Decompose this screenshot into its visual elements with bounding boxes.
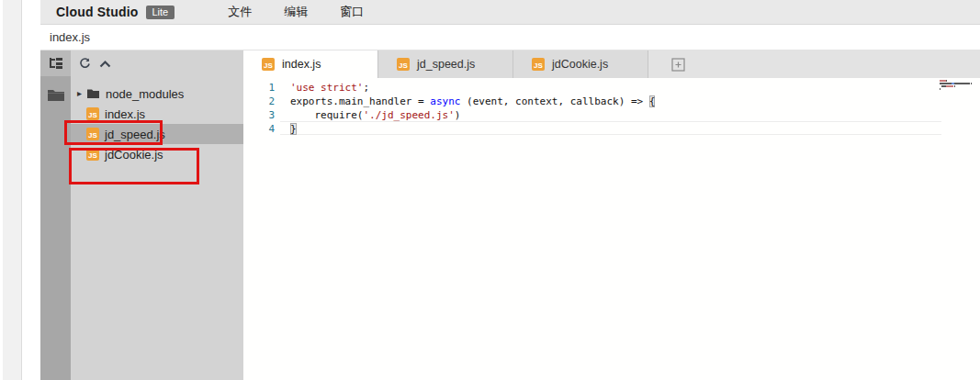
tree-item-label: jd_speed.js — [105, 128, 165, 141]
tab-jdCookie.js[interactable]: JSjdCookie.js — [513, 50, 648, 78]
code-text: 'use strict'; — [275, 81, 369, 95]
expand-arrow-icon[interactable]: ▸ — [77, 89, 86, 98]
explorer-toolbar — [71, 50, 243, 76]
js-file-icon: JS — [532, 58, 545, 71]
js-file-icon: JS — [86, 107, 99, 120]
menubar-item-文件[interactable]: 文件 — [218, 4, 262, 20]
minimap[interactable] — [940, 80, 972, 91]
minimap-line — [940, 85, 972, 87]
code-lines: 1'use strict';2exports.main_handler = as… — [243, 78, 980, 136]
minimap-line — [940, 88, 972, 90]
code-text: require('./jd_speed.js') — [275, 108, 460, 122]
menubar: 文件编辑窗口 — [206, 4, 374, 20]
tree-item-jdCookie.js[interactable]: JSjdCookie.js — [71, 144, 243, 164]
code-editor[interactable]: 1'use strict';2exports.main_handler = as… — [243, 78, 980, 380]
code-line-3[interactable]: 3 require('./jd_speed.js') — [243, 108, 980, 122]
activity-bar — [40, 50, 71, 380]
tab-label: jdCookie.js — [552, 58, 608, 71]
lite-badge: Lite — [146, 6, 175, 19]
tree-outline-icon — [49, 57, 63, 70]
cloud-studio-window: Cloud Studio Lite 文件编辑窗口 index.js — [0, 0, 980, 380]
js-file-icon: JS — [86, 128, 99, 140]
app-container: Cloud Studio Lite 文件编辑窗口 index.js — [40, 0, 980, 380]
tree-item-node_modules[interactable]: ▸node_modules — [71, 84, 243, 104]
line-number: 4 — [243, 122, 275, 136]
breadcrumb-bar: index.js — [40, 25, 980, 50]
minimap-line — [940, 80, 972, 82]
new-tab-button[interactable] — [648, 50, 707, 78]
files-folder-button[interactable] — [47, 88, 65, 102]
main-area: ▸node_modulesJSindex.jsJSjd_speed.jsJSjd… — [40, 50, 980, 380]
plus-icon — [671, 58, 685, 72]
line-number: 2 — [243, 95, 275, 108]
app-title: Cloud Studio — [56, 5, 139, 19]
line-number: 1 — [243, 81, 275, 95]
tab-index.js[interactable]: JSindex.js — [243, 50, 378, 78]
tab-label: jd_speed.js — [417, 58, 475, 71]
tab-bar: JSindex.jsJSjd_speed.jsJSjdCookie.js — [243, 50, 980, 78]
tree-item-label: jdCookie.js — [105, 148, 163, 162]
tree-item-index.js[interactable]: JSindex.js — [71, 104, 243, 124]
left-gutter-strip — [3, 0, 22, 380]
refresh-icon[interactable] — [79, 58, 91, 70]
code-text: exports.main_handler = async (event, con… — [275, 95, 655, 108]
code-line-1[interactable]: 1'use strict'; — [243, 81, 980, 95]
menubar-item-窗口[interactable]: 窗口 — [330, 4, 374, 20]
js-file-icon: JS — [397, 58, 410, 71]
tree-item-label: node_modules — [106, 87, 184, 101]
breadcrumb: index.js — [50, 30, 90, 44]
js-file-icon: JS — [262, 58, 275, 71]
tree-item-jd_speed.js[interactable]: JSjd_speed.js — [71, 124, 243, 144]
js-file-icon: JS — [86, 148, 99, 161]
tab-label: index.js — [282, 58, 321, 71]
code-line-2[interactable]: 2exports.main_handler = async (event, co… — [243, 95, 980, 108]
top-menu-bar: Cloud Studio Lite 文件编辑窗口 — [40, 0, 980, 25]
file-tree: ▸node_modulesJSindex.jsJSjd_speed.jsJSjd… — [71, 76, 243, 164]
line-number: 3 — [243, 108, 275, 122]
file-explorer-panel: ▸node_modulesJSindex.jsJSjd_speed.jsJSjd… — [71, 50, 243, 380]
editor-region: JSindex.jsJSjd_speed.jsJSjdCookie.js 1'u… — [243, 50, 980, 380]
collapse-all-icon[interactable] — [99, 60, 111, 68]
code-text: } — [275, 122, 297, 136]
folder-icon — [47, 88, 65, 102]
minimap-line — [940, 83, 972, 84]
tab-jd_speed.js[interactable]: JSjd_speed.js — [378, 50, 513, 78]
menubar-item-编辑[interactable]: 编辑 — [274, 4, 318, 20]
folder-icon — [86, 88, 100, 99]
code-line-4[interactable]: 4} — [243, 122, 980, 136]
explorer-tree-button[interactable] — [40, 50, 71, 76]
tree-item-label: index.js — [105, 107, 145, 121]
